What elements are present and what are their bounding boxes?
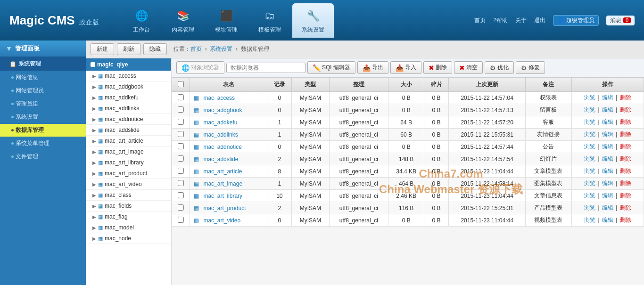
op-browse-link[interactable]: 浏览	[584, 119, 595, 125]
new-button[interactable]: 新建	[91, 43, 114, 55]
repair-button[interactable]: ⚙ 修复	[516, 61, 545, 74]
sidebar-item-menu-manage[interactable]: 系统菜单管理	[0, 137, 86, 150]
breadcrumb-system[interactable]: 系统设置	[210, 46, 232, 52]
table-name-link[interactable]: mac_art_product	[203, 205, 246, 212]
op-edit-link[interactable]: 编辑	[602, 106, 613, 113]
table-name-link[interactable]: mac_art_image	[203, 180, 242, 187]
tree-item[interactable]: ▶ ▦ mac_addgbook	[86, 81, 171, 92]
op-delete-link[interactable]: 删除	[620, 204, 631, 211]
hide-button[interactable]: 隐藏	[143, 43, 167, 55]
nav-workbench[interactable]: 🌐 工作台	[123, 3, 160, 38]
op-edit-link[interactable]: 编辑	[602, 204, 613, 211]
row-select-checkbox[interactable]	[178, 119, 184, 125]
link-about[interactable]: 关于	[515, 16, 527, 24]
op-browse-link[interactable]: 浏览	[584, 94, 595, 101]
data-browse-input[interactable]	[226, 63, 305, 73]
op-edit-link[interactable]: 编辑	[602, 131, 613, 138]
op-edit-link[interactable]: 编辑	[602, 168, 613, 174]
op-browse-link[interactable]: 浏览	[584, 131, 595, 138]
table-name-link[interactable]: mac_art_library	[203, 193, 242, 199]
row-select-checkbox[interactable]	[178, 155, 184, 162]
table-name-link[interactable]: mac_art_video	[203, 217, 240, 224]
op-browse-link[interactable]: 浏览	[584, 168, 595, 174]
row-select-checkbox[interactable]	[178, 204, 184, 211]
row-select-checkbox[interactable]	[178, 143, 184, 149]
op-edit-link[interactable]: 编辑	[602, 180, 613, 187]
sidebar-section-system[interactable]: 📋 系统管理	[0, 57, 86, 71]
op-delete-link[interactable]: 删除	[620, 180, 631, 187]
table-name-link[interactable]: mac_addslide	[203, 156, 238, 163]
op-delete-link[interactable]: 删除	[620, 119, 631, 125]
sidebar-item-admin-group[interactable]: 管理员组	[0, 98, 86, 111]
table-name-link[interactable]: mac_addlinks	[203, 131, 238, 138]
op-delete-link[interactable]: 删除	[620, 168, 631, 174]
refresh-button[interactable]: 刷新	[117, 43, 140, 55]
sidebar-item-db-manage[interactable]: 数据库管理	[0, 124, 86, 137]
row-select-checkbox[interactable]	[178, 168, 184, 174]
row-select-checkbox[interactable]	[178, 217, 184, 223]
op-delete-link[interactable]: 删除	[620, 217, 631, 223]
op-delete-link[interactable]: 删除	[620, 131, 631, 138]
tree-item[interactable]: ▶ ▦ mac_flag	[86, 212, 171, 222]
table-name-link[interactable]: mac_addkefu	[203, 119, 237, 126]
op-delete-link[interactable]: 删除	[620, 143, 631, 150]
op-delete-link[interactable]: 删除	[620, 94, 631, 101]
sidebar-item-admin[interactable]: 网站管理员	[0, 84, 86, 98]
tree-item[interactable]: ▶ ▦ mac_art_image	[86, 147, 171, 157]
op-edit-link[interactable]: 编辑	[602, 155, 613, 162]
browse-select-button[interactable]: 🌐 对象浏览器	[176, 61, 224, 74]
row-select-checkbox[interactable]	[178, 192, 184, 198]
sql-editor-button[interactable]: ✏️ SQL编辑器	[307, 61, 355, 74]
tree-item[interactable]: ▶ ▦ mac_access	[86, 71, 171, 81]
tree-item[interactable]: ▶ ▦ mac_class	[86, 190, 171, 201]
table-name-link[interactable]: mac_art_article	[203, 168, 242, 175]
tree-item[interactable]: ▶ ▦ mac_art_product	[86, 168, 171, 179]
sidebar-item-website-info[interactable]: 网站信息	[0, 71, 86, 84]
tree-item[interactable]: ▶ ▦ mac_addslide	[86, 125, 171, 136]
op-browse-link[interactable]: 浏览	[584, 143, 595, 150]
op-browse-link[interactable]: 浏览	[584, 217, 595, 223]
import-button[interactable]: 📥 导入	[390, 61, 421, 74]
optimize-button[interactable]: ⚙ 优化	[485, 61, 514, 74]
sidebar-item-file-manage[interactable]: 文件管理	[0, 150, 86, 163]
op-browse-link[interactable]: 浏览	[584, 155, 595, 162]
row-select-checkbox[interactable]	[178, 106, 184, 113]
op-delete-link[interactable]: 删除	[620, 155, 631, 162]
tree-item[interactable]: ▶ ▦ mac_addkefu	[86, 92, 171, 103]
op-edit-link[interactable]: 编辑	[602, 217, 613, 223]
op-browse-link[interactable]: 浏览	[584, 192, 595, 199]
nav-template[interactable]: 🗂 模板管理	[249, 3, 290, 38]
message-badge[interactable]: 消息 0	[606, 16, 635, 25]
select-all-checkbox[interactable]	[178, 81, 184, 87]
nav-content[interactable]: 📚 内容管理	[162, 3, 204, 38]
tree-item[interactable]: ▶ ▦ mac_art_video	[86, 179, 171, 190]
row-select-checkbox[interactable]	[178, 180, 184, 186]
clear-button[interactable]: ✖ 清空	[454, 61, 483, 74]
tree-item[interactable]: ▶ ▦ mac_model	[86, 222, 171, 233]
op-edit-link[interactable]: 编辑	[602, 94, 613, 101]
tree-item[interactable]: ▶ ▦ mac_art_article	[86, 136, 171, 147]
breadcrumb-home[interactable]: 首页	[190, 46, 202, 52]
op-browse-link[interactable]: 浏览	[584, 180, 595, 187]
table-name-link[interactable]: mac_addgbook	[203, 107, 242, 114]
tree-item[interactable]: ▶ ▦ mac_node	[86, 233, 171, 244]
export-button[interactable]: 📤 导出	[357, 61, 388, 74]
op-edit-link[interactable]: 编辑	[602, 143, 613, 150]
op-edit-link[interactable]: 编辑	[602, 119, 613, 125]
row-select-checkbox[interactable]	[178, 94, 184, 100]
link-home[interactable]: 首页	[474, 16, 486, 24]
nav-system[interactable]: 🔧 系统设置	[292, 3, 334, 38]
tree-item[interactable]: ▶ ▦ mac_fields	[86, 201, 171, 212]
tree-item[interactable]: ▶ ▦ mac_art_library	[86, 157, 171, 168]
table-name-link[interactable]: mac_addnotice	[203, 144, 241, 150]
row-select-checkbox[interactable]	[178, 131, 184, 137]
op-edit-link[interactable]: 编辑	[602, 192, 613, 199]
tree-item[interactable]: ▶ ▦ mac_addnotice	[86, 114, 171, 125]
link-logout[interactable]: 退出	[534, 16, 545, 24]
op-browse-link[interactable]: 浏览	[584, 204, 595, 211]
op-delete-link[interactable]: 删除	[620, 192, 631, 199]
table-name-link[interactable]: mac_access	[203, 95, 235, 101]
tree-item[interactable]: ▶ ▦ mac_addlinks	[86, 103, 171, 114]
link-help[interactable]: ?帮助	[493, 16, 508, 24]
nav-module[interactable]: ⬛ 模块管理	[206, 3, 247, 38]
